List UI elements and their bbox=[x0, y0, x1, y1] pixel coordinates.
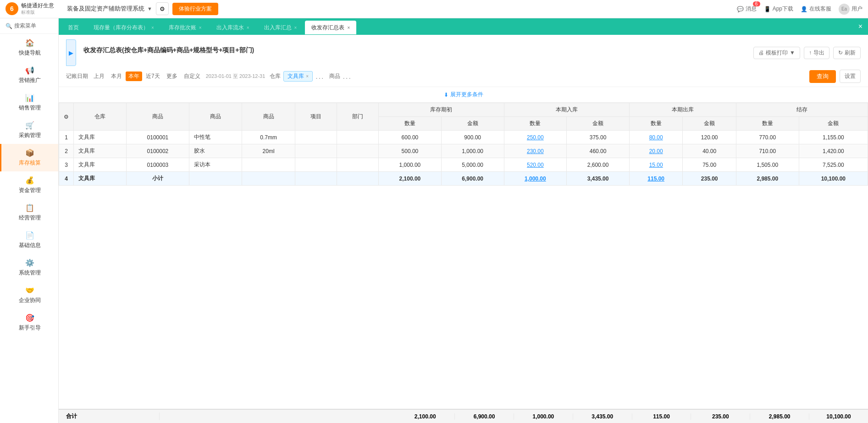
row3-code: 0100003 bbox=[127, 158, 189, 172]
sidebar-item-basic-info[interactable]: 📄 基础信息 bbox=[0, 226, 58, 254]
row3-bal-amt: 7,525.00 bbox=[799, 158, 868, 172]
col-bal-qty-header: 数量 bbox=[736, 117, 799, 131]
tab-recv-summary-close[interactable]: × bbox=[347, 25, 350, 30]
subtotal-col3 bbox=[189, 172, 242, 186]
finance-icon: 💰 bbox=[25, 176, 34, 185]
date-btn-more[interactable]: 更多 bbox=[164, 71, 180, 81]
query-btn[interactable]: 查询 bbox=[809, 70, 836, 83]
tab-inout-summary[interactable]: 出入库汇总 × bbox=[258, 21, 304, 34]
sales-icon: 📊 bbox=[25, 93, 34, 102]
app-name-block: 畅捷通好生意 标准版 bbox=[21, 2, 54, 15]
sidebar-item-cooperation[interactable]: 🤝 企业协同 bbox=[0, 281, 58, 309]
date-btn-custom[interactable]: 自定义 bbox=[181, 71, 203, 81]
row1-out-qty[interactable]: 80.00 bbox=[629, 131, 683, 144]
sidebar-item-marketing[interactable]: 📢 营销推广 bbox=[0, 61, 58, 89]
user-avatar: Ea bbox=[839, 4, 850, 15]
warehouse-tag-close[interactable]: × bbox=[306, 74, 309, 79]
export-label: 导出 bbox=[813, 49, 824, 57]
tab-inventory-dist[interactable]: 现存量（库存分布表） × bbox=[87, 21, 160, 34]
tab-bar-close-btn[interactable]: × bbox=[855, 22, 866, 31]
row3-bal-qty: 1,505.00 bbox=[736, 158, 799, 172]
refresh-label: 刷新 bbox=[845, 49, 856, 57]
tab-inout-flow-close[interactable]: × bbox=[247, 25, 249, 30]
subtotal-warehouse: 文具库 bbox=[74, 172, 127, 186]
search-menu-item[interactable]: 🔍 搜索菜单 bbox=[0, 18, 58, 34]
tab-recv-summary-label: 收发存汇总表 bbox=[311, 24, 344, 32]
sidebar-item-operations[interactable]: 📋 经营管理 bbox=[0, 199, 58, 226]
sidebar-item-sales[interactable]: 📊 销售管理 bbox=[0, 89, 58, 116]
col-code-header: 商品 bbox=[127, 103, 189, 131]
data-table: ⚙ 仓库 商品 商品 商品 项目 部门 库存期初 本期入库 本期出库 结存 bbox=[59, 103, 868, 186]
refresh-btn[interactable]: ↻ 刷新 bbox=[833, 47, 861, 59]
row3-warehouse: 文具库 bbox=[74, 158, 127, 172]
sidebar-item-purchase[interactable]: 🛒 采购管理 bbox=[0, 116, 58, 144]
row3-out-qty[interactable]: 15.00 bbox=[629, 158, 683, 172]
total-in-qty: 1,000.00 bbox=[514, 413, 573, 420]
app-logo: 6 畅捷通好生意 标准版 bbox=[6, 2, 54, 15]
export-btn[interactable]: ↑ 导出 bbox=[804, 47, 829, 59]
sidebar-item-quick-nav[interactable]: 🏠 快捷导航 bbox=[0, 34, 58, 61]
expand-more-btn[interactable]: ⬇ 展开更多条件 bbox=[440, 89, 487, 100]
sidebar-item-inventory[interactable]: 📦 库存核算 bbox=[0, 144, 58, 171]
tab-inventory-dist-label: 现存量（库存分布表） bbox=[94, 24, 149, 32]
system-icon: ⚙️ bbox=[25, 258, 34, 267]
tab-home[interactable]: 首页 bbox=[61, 21, 85, 34]
subtotal-col6 bbox=[337, 172, 379, 186]
row1-bal-qty: 770.00 bbox=[736, 131, 799, 144]
table-row: 3 文具库 0100003 采访本 1,000.00 5,000.00 520.… bbox=[59, 158, 868, 172]
warehouse-tag-text: 文具库 bbox=[287, 72, 304, 80]
message-btn[interactable]: 💬 消息 6 bbox=[737, 5, 757, 13]
row1-project bbox=[295, 131, 337, 144]
subtotal-col4 bbox=[242, 172, 295, 186]
main-content: 首页 现存量（库存分布表） × 库存批次账 × 出入库流水 × 出入库汇总 × … bbox=[59, 18, 868, 423]
query-action-section: 查询 设置 bbox=[809, 70, 861, 83]
row2-out-qty[interactable]: 20.00 bbox=[629, 144, 683, 158]
row3-in-qty[interactable]: 520.00 bbox=[504, 158, 567, 172]
row2-name: 胶水 bbox=[189, 144, 242, 158]
tab-inout-flow[interactable]: 出入库流水 × bbox=[210, 21, 256, 34]
sidebar-item-newbie[interactable]: 🎯 新手引导 bbox=[0, 309, 58, 336]
date-btn-this-month[interactable]: 本月 bbox=[108, 71, 125, 81]
user-btn[interactable]: Ea 用户 bbox=[839, 4, 862, 15]
collapse-sidebar-btn[interactable]: ▶ bbox=[66, 39, 76, 66]
date-btn-last-month[interactable]: 上月 bbox=[91, 71, 107, 81]
sidebar: 🔍 搜索菜单 🏠 快捷导航 📢 营销推广 📊 销售管理 🛒 采购管理 📦 库存核… bbox=[0, 18, 59, 423]
basic-info-icon: 📄 bbox=[25, 231, 34, 240]
tab-batch-close[interactable]: × bbox=[199, 25, 202, 30]
trial-btn[interactable]: 体验行业方案 bbox=[172, 3, 218, 15]
online-service-btn[interactable]: 👤 在线客服 bbox=[801, 5, 831, 13]
col-name-header: 商品 bbox=[189, 103, 242, 131]
global-settings-btn[interactable]: ⚙ bbox=[156, 2, 169, 15]
subtotal-in-qty[interactable]: 1,000.00 bbox=[504, 172, 567, 186]
warehouse-dots[interactable]: ... bbox=[315, 72, 324, 81]
tab-batch[interactable]: 库存批次账 × bbox=[162, 21, 208, 34]
sidebar-label-marketing: 营销推广 bbox=[19, 77, 41, 84]
print-btn[interactable]: 🖨 模板打印 ▼ bbox=[753, 47, 800, 59]
subtotal-no: 4 bbox=[59, 172, 74, 186]
row2-in-qty[interactable]: 230.00 bbox=[504, 144, 567, 158]
date-btn-this-year[interactable]: 本年 bbox=[126, 71, 142, 81]
subtotal-out-qty[interactable]: 115.00 bbox=[629, 172, 683, 186]
system-title-dropdown[interactable]: ▼ bbox=[147, 6, 152, 11]
tab-inventory-dist-close[interactable]: × bbox=[151, 25, 154, 30]
main-layout: 🔍 搜索菜单 🏠 快捷导航 📢 营销推广 📊 销售管理 🛒 采购管理 📦 库存核… bbox=[0, 18, 868, 423]
goods-dots[interactable]: ... bbox=[343, 72, 352, 81]
total-init-amt: 6,900.00 bbox=[455, 413, 514, 420]
date-btn-7days[interactable]: 近7天 bbox=[143, 71, 163, 81]
sidebar-item-system[interactable]: ⚙️ 系统管理 bbox=[0, 254, 58, 281]
col-settings[interactable]: ⚙ bbox=[59, 103, 74, 131]
purchase-icon: 🛒 bbox=[25, 121, 34, 130]
row3-in-amt: 2,600.00 bbox=[567, 158, 630, 172]
tab-inout-summary-close[interactable]: × bbox=[294, 25, 297, 30]
col-spec-header: 商品 bbox=[242, 103, 295, 131]
tab-home-label: 首页 bbox=[68, 24, 79, 32]
app-download-btn[interactable]: 📱 App下载 bbox=[764, 5, 793, 13]
tab-recv-summary[interactable]: 收发存汇总表 × bbox=[305, 21, 356, 34]
sidebar-label-newbie: 新手引导 bbox=[19, 324, 41, 332]
settings-small-btn[interactable]: 设置 bbox=[840, 70, 861, 83]
table-row: 2 文具库 0100002 胶水 20ml 500.00 1,000.00 23… bbox=[59, 144, 868, 158]
row1-in-qty[interactable]: 250.00 bbox=[504, 131, 567, 144]
goods-filter-label: 商品 bbox=[329, 72, 340, 80]
col-in-amt-header: 金额 bbox=[567, 117, 630, 131]
sidebar-item-finance[interactable]: 💰 资金管理 bbox=[0, 171, 58, 199]
